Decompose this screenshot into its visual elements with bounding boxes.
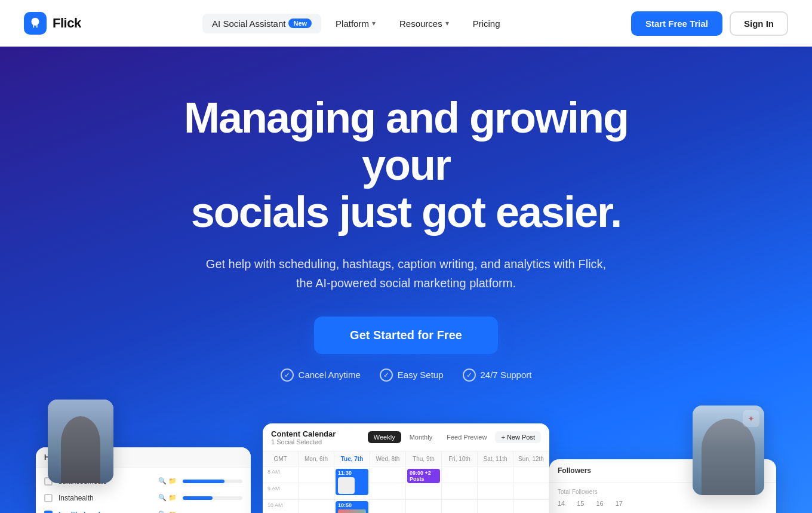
- calendar-title-group: Content Calendar 1 Social Selected: [271, 429, 336, 446]
- person-right-card: ✦: [693, 406, 764, 495]
- hashtag-bar-2: [183, 496, 242, 500]
- nav-pricing[interactable]: Pricing: [463, 14, 510, 33]
- nav-resources[interactable]: Resources ▾: [390, 14, 459, 33]
- cell-sun-8: [513, 466, 549, 483]
- hashtag-name-3: healthylunch: [59, 511, 152, 513]
- nav-platform[interactable]: Platform ▾: [326, 14, 385, 33]
- cal-fri: Fri, 10th: [442, 452, 478, 466]
- calendar-tabs: Weekly Monthly Feed Preview + New Post: [368, 431, 541, 443]
- chart-axis: 14 15 16 17: [558, 497, 768, 512]
- time-8am: 8 AM: [263, 466, 299, 483]
- cell-sat-8: [478, 466, 513, 483]
- check-icon-support: ✓: [463, 368, 476, 382]
- logo-icon: [24, 12, 47, 35]
- event-tue-10: 10:50: [336, 501, 368, 513]
- cell-tue-9: [334, 483, 370, 500]
- cal-wed: Wed, 8th: [370, 452, 406, 466]
- hero-section: Managing and growing your socials just g…: [0, 47, 812, 513]
- cell-tue-10: 10:50: [334, 500, 370, 513]
- cell-thu-8: 09:00 +2 Posts: [406, 466, 442, 483]
- logo-svg: [29, 17, 42, 30]
- logo[interactable]: Flick: [24, 12, 81, 35]
- person-left-avatar: [48, 400, 113, 483]
- cell-thu-9: [406, 483, 442, 500]
- nav-links: AI Social Assistant New Platform ▾ Resou…: [202, 14, 509, 33]
- calendar-grid: GMT Mon, 6th Tue, 7th Wed, 8th Thu, 9th …: [263, 452, 549, 513]
- event-thu-8: 09:00 +2 Posts: [407, 469, 440, 483]
- cal-gmt: GMT: [263, 452, 299, 466]
- hashtag-bar-1: [183, 480, 242, 483]
- cal-tue: Tue, 7th: [334, 452, 370, 466]
- check-icon-setup: ✓: [380, 368, 393, 382]
- tab-monthly[interactable]: Monthly: [404, 431, 439, 443]
- nav-ai-social[interactable]: AI Social Assistant New: [202, 14, 321, 33]
- cell-thu-10: [406, 500, 442, 513]
- calendar-body: 8 AM 11:30 09:00 +2 Posts: [263, 466, 549, 513]
- feature-support: ✓ 24/7 Support: [463, 368, 532, 382]
- cell-sat-10: [478, 500, 513, 513]
- hero-title: Managing and growing your socials just g…: [137, 94, 675, 236]
- hashtag-icons-3: 🔍 📁: [158, 511, 177, 513]
- cal-mon: Mon, 6th: [299, 452, 334, 466]
- hashtag-check-2: [44, 494, 53, 502]
- cell-sun-10: [513, 500, 549, 513]
- person-left-card: [48, 400, 113, 483]
- hero-screenshots: Hashtag balancedmeals 🔍 📁 Instahealth 🔍 …: [12, 411, 800, 513]
- new-post-button[interactable]: + New Post: [495, 431, 541, 443]
- hashtag-icons-2: 🔍 📁: [158, 494, 177, 502]
- tab-feed[interactable]: Feed Preview: [441, 431, 493, 443]
- calendar-days-header: GMT Mon, 6th Tue, 7th Wed, 8th Thu, 9th …: [263, 452, 549, 466]
- cell-sun-9: [513, 483, 549, 500]
- hero-features: ✓ Cancel Anytime ✓ Easy Setup ✓ 24/7 Sup…: [281, 368, 532, 382]
- calendar-title: Content Calendar: [271, 429, 336, 438]
- nav-actions: Start Free Trial Sign In: [631, 11, 788, 36]
- hashtag-icons-1: 🔍 📁: [158, 477, 177, 485]
- cell-tue-8: 11:30: [334, 466, 370, 483]
- cell-mon-10: [299, 500, 334, 513]
- person-right-badge: ✦: [743, 410, 759, 427]
- cell-fri-8: [442, 466, 478, 483]
- calendar-header: Content Calendar 1 Social Selected Weekl…: [263, 423, 549, 452]
- start-trial-button[interactable]: Start Free Trial: [631, 11, 722, 36]
- navbar: Flick AI Social Assistant New Platform ▾…: [0, 0, 812, 47]
- calendar-subtitle: 1 Social Selected: [271, 438, 336, 446]
- ai-badge: New: [288, 19, 312, 28]
- platform-chevron-icon: ▾: [372, 19, 376, 27]
- cell-fri-9: [442, 483, 478, 500]
- logo-text: Flick: [53, 16, 81, 31]
- feature-setup: ✓ Easy Setup: [380, 368, 444, 382]
- cal-sun: Sun, 12th: [513, 452, 549, 466]
- cell-fri-10: [442, 500, 478, 513]
- hashtag-check-3: [44, 511, 53, 513]
- cell-wed-8: [370, 466, 406, 483]
- cell-sat-9: [478, 483, 513, 500]
- hero-subtitle: Get help with scheduling, hashtags, capt…: [203, 254, 609, 293]
- cell-wed-9: [370, 483, 406, 500]
- cell-mon-9: [299, 483, 334, 500]
- get-started-button[interactable]: Get Started for Free: [314, 317, 498, 354]
- hashtag-name-2: Instahealth: [59, 494, 152, 502]
- feature-cancel: ✓ Cancel Anytime: [281, 368, 361, 382]
- cal-sat: Sat, 11th: [478, 452, 513, 466]
- sign-in-button[interactable]: Sign In: [730, 11, 788, 36]
- hashtag-row-2: Instahealth 🔍 📁: [36, 490, 251, 506]
- tab-weekly[interactable]: Weekly: [368, 431, 401, 443]
- hashtag-row-3: healthylunch 🔍 📁: [36, 506, 251, 513]
- cell-mon-8: [299, 466, 334, 483]
- check-icon-cancel: ✓: [281, 368, 294, 382]
- time-10am: 10 AM: [263, 500, 299, 513]
- cal-thu: Thu, 9th: [406, 452, 442, 466]
- time-9am: 9 AM: [263, 483, 299, 500]
- resources-chevron-icon: ▾: [445, 19, 449, 27]
- calendar-card: Content Calendar 1 Social Selected Weekl…: [263, 423, 549, 513]
- cell-wed-10: [370, 500, 406, 513]
